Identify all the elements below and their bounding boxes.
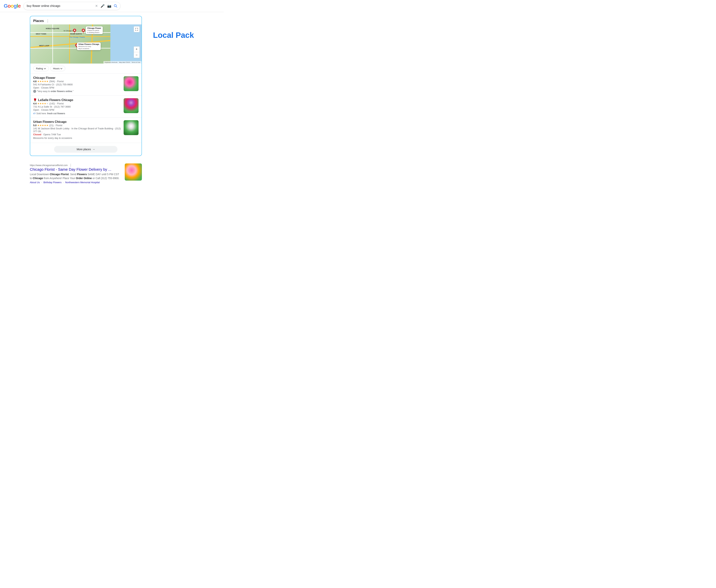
- lens-button[interactable]: 📷: [107, 3, 112, 8]
- search-button[interactable]: [114, 4, 117, 8]
- map-footer: Keyboard shortcuts Map data ©2023 Terms …: [103, 61, 141, 64]
- place-address-urban: 141 W Jackson Blvd South Lobby · In the …: [33, 127, 121, 133]
- rating-filter-button[interactable]: Rating: [33, 66, 49, 71]
- organic-info-1: https://www.chicagosmarcelflorist.com ⋮ …: [30, 164, 122, 184]
- road: [53, 24, 53, 64]
- place-name-urban-flowers: Urban Flowers Chicago: [33, 120, 121, 124]
- more-places-section: More places →: [30, 143, 142, 155]
- map-zoom-in-button[interactable]: +: [134, 47, 140, 52]
- filter-row: Rating Hours: [30, 64, 142, 74]
- place-closed-label: Closed: [33, 133, 41, 136]
- place-hours-chicago-flower: Open · Closes 5PM: [33, 86, 121, 89]
- organic-result-1: https://www.chicagosmarcelflorist.com ⋮ …: [30, 161, 142, 187]
- organic-link-about-us[interactable]: About Us: [30, 181, 40, 184]
- place-image-urban-flowers: [124, 120, 139, 135]
- map-zoom-out-button[interactable]: −: [134, 52, 140, 58]
- search-bar: ✕ 🎤 📷: [23, 2, 120, 10]
- place-info-urban-flowers: Urban Flowers Chicago 5.0 ★★★★★ (21) · F…: [33, 120, 121, 140]
- svg-point-5: [83, 29, 84, 31]
- place-emoji-lasalle: 🌹: [33, 98, 37, 102]
- header: Google ✕ 🎤 📷: [0, 0, 224, 12]
- map-data-credit: Map data ©2023: [119, 62, 130, 63]
- place-address-lasalle: 731 N La Salle St · (312) 787-3680: [33, 105, 121, 108]
- place-review-chicago-flower: "Very easy to order flowers online.": [33, 90, 121, 93]
- place-name-lasalle-flowers: 🌹 LaSalle Flowers Chicago: [33, 98, 121, 102]
- place-item-chicago-flower[interactable]: Chicago Flower 4.8 ★★★★★ (564) · Florist…: [30, 74, 142, 96]
- svg-point-3: [74, 29, 75, 31]
- organic-link-birthday-flowers[interactable]: Birthday Flowers: [43, 181, 62, 184]
- map-pin-2[interactable]: [81, 28, 85, 34]
- svg-line-1: [116, 6, 117, 7]
- rating-row-urban-flowers: 5.0 ★★★★★ (21) · Florist: [33, 124, 121, 127]
- map-fullscreen-button[interactable]: [134, 26, 140, 32]
- map-pin-1[interactable]: [73, 28, 77, 34]
- map-zoom-controls: + −: [134, 46, 140, 58]
- more-places-button[interactable]: More places →: [54, 146, 118, 153]
- place-item-urban-flowers[interactable]: Urban Flowers Chicago 5.0 ★★★★★ (21) · F…: [30, 118, 142, 143]
- map-label-west-town: WEST TOWN: [36, 33, 46, 35]
- place-image-chicago-flower: [124, 76, 139, 91]
- google-logo: Google: [4, 3, 21, 9]
- stars-lasalle-flowers: ★★★★★: [37, 102, 48, 105]
- map-label-noble-square: NOBLE SQUARE: [46, 27, 60, 29]
- local-pack-header: Places ⋮: [30, 16, 142, 24]
- place-sold-lasalle: 🏷 Sold here: fresh cut flowers: [33, 112, 121, 115]
- place-description-urban: Blossoms for every day & occasions: [33, 136, 121, 140]
- right-column: Local Pack: [149, 16, 194, 187]
- map-background: NOBLE SQUARE WEST TOWN RIVER NORTH WEST …: [30, 24, 142, 64]
- main-content: Places ⋮ NOBLE SQUA: [0, 12, 224, 190]
- rating-row-lasalle-flowers: 4.4 ★★★★★ (142) · Florist: [33, 102, 121, 105]
- organic-title-1[interactable]: Chicago Florist - Same Day Flower Delive…: [30, 167, 122, 172]
- map-container[interactable]: NOBLE SQUARE WEST TOWN RIVER NORTH WEST …: [30, 24, 142, 64]
- rating-count-lasalle: (142): [49, 102, 55, 105]
- map-label-chicago-theatre: The Chicago Theatre: [69, 36, 85, 38]
- hours-filter-button[interactable]: Hours: [50, 66, 65, 71]
- map-terms[interactable]: Terms of Use: [131, 62, 140, 63]
- stars-chicago-flower: ★★★★★: [37, 80, 48, 83]
- rating-filter-chevron: [44, 67, 46, 70]
- map-keyboard-shortcuts[interactable]: Keyboard shortcuts: [105, 62, 118, 63]
- voice-search-button[interactable]: 🎤: [100, 3, 105, 8]
- local-pack-label: Local Pack: [153, 31, 194, 40]
- reviewer-avatar: [33, 90, 36, 93]
- organic-url-1: https://www.chicagosmarcelflorist.com ⋮: [30, 164, 122, 167]
- organic-menu-button[interactable]: ⋮: [69, 164, 72, 167]
- rating-row-chicago-flower: 4.8 ★★★★★ (564) · Florist: [33, 80, 121, 83]
- map-callout-chicago-flower[interactable]: Chicago FlowerOutpost for plants& weddin…: [86, 26, 103, 34]
- place-hours-urban: Closed · Opens 7AM Tue: [33, 133, 121, 136]
- clear-button[interactable]: ✕: [95, 3, 98, 8]
- rating-count-urban: (21): [49, 124, 54, 127]
- search-icons: ✕ 🎤 📷: [95, 3, 117, 8]
- search-input[interactable]: [27, 4, 93, 8]
- places-title: Places: [33, 19, 44, 23]
- organic-image-1: [125, 164, 142, 181]
- search-icon: [114, 4, 117, 8]
- results-column: Places ⋮ NOBLE SQUA: [30, 16, 142, 187]
- place-name-chicago-flower: Chicago Flower: [33, 76, 121, 80]
- local-pack: Places ⋮ NOBLE SQUA: [30, 16, 142, 156]
- place-hours-lasalle: Open · Closes 5PM: [33, 108, 121, 111]
- map-callout-urban-flowers[interactable]: Urban Flowers ChicagoBlossoms for everyd…: [77, 42, 101, 50]
- stars-urban-flowers: ★★★★★: [37, 124, 48, 127]
- places-menu-button[interactable]: ⋮: [46, 19, 49, 23]
- organic-link-northwestern[interactable]: Northwestern Memorial Hospital: [65, 181, 100, 184]
- place-image-lasalle-flowers: [124, 98, 139, 113]
- rating-count-chicago-flower: (564): [49, 80, 55, 83]
- hours-filter-chevron: [60, 67, 62, 70]
- organic-desc-1: Local Downtown Chicago Florist. Send Flo…: [30, 172, 122, 180]
- place-item-lasalle-flowers[interactable]: 🌹 LaSalle Flowers Chicago 4.4 ★★★★★ (142…: [30, 96, 142, 118]
- place-info-lasalle-flowers: 🌹 LaSalle Flowers Chicago 4.4 ★★★★★ (142…: [33, 98, 121, 115]
- organic-links-1: About Us · Birthday Flowers · Northweste…: [30, 181, 122, 184]
- place-info-chicago-flower: Chicago Flower 4.8 ★★★★★ (564) · Florist…: [33, 76, 121, 93]
- place-address-chicago-flower: 541 N Fairbanks Ct · (312) 755-9900: [33, 83, 121, 86]
- map-label-west-loop: WEST LOOP: [39, 45, 49, 47]
